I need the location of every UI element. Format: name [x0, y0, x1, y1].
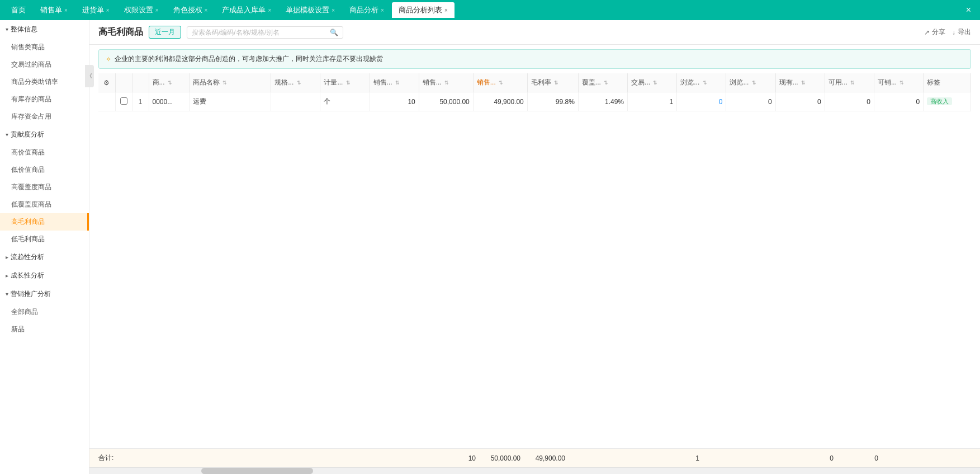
arrow-right-icon: ▸ — [6, 254, 8, 260]
td-views2: 0 — [726, 92, 775, 111]
sort-icon[interactable]: ⇅ — [395, 80, 400, 86]
nav-tab-purchase[interactable]: 进货单 × — [75, 2, 116, 18]
sort-icon[interactable]: ⇅ — [752, 80, 756, 86]
sort-icon[interactable]: ⇅ — [899, 80, 904, 86]
th-gross-margin[interactable]: 毛利率 ⇅ — [527, 73, 578, 92]
sort-icon[interactable]: ⇅ — [604, 80, 608, 86]
table-container[interactable]: ⚙ 商... ⇅ 商品名称 ⇅ 规格... ⇅ — [89, 73, 980, 448]
th-checkbox — [115, 73, 132, 92]
th-sellable[interactable]: 可销... ⇅ — [874, 73, 923, 92]
sidebar-group-growth[interactable]: ▸ 成长性分析 — [0, 266, 89, 285]
sidebar-item-low-margin[interactable]: 低毛利商品 — [0, 231, 89, 248]
share-button[interactable]: ↗ 分享 — [924, 27, 945, 37]
product-table: ⚙ 商... ⇅ 商品名称 ⇅ 规格... ⇅ — [98, 73, 971, 111]
th-sales-qty[interactable]: 销售... ⇅ — [370, 73, 419, 92]
td-checkbox[interactable] — [115, 92, 132, 111]
nav-tab-product-analysis[interactable]: 商品分析 × — [343, 2, 391, 18]
th-trade[interactable]: 交易... ⇅ — [628, 73, 677, 92]
th-views2[interactable]: 浏览... ⇅ — [726, 73, 775, 92]
sidebar-item-traded-products[interactable]: 交易过的商品 — [0, 56, 89, 73]
close-icon[interactable]: × — [205, 7, 208, 13]
sidebar-item-low-value[interactable]: 低价值商品 — [0, 161, 89, 179]
th-name[interactable]: 商品名称 ⇅ — [190, 73, 271, 92]
export-button[interactable]: ↓ 导出 — [952, 27, 971, 37]
td-sales-profit: 49,900.00 — [473, 92, 527, 111]
close-icon[interactable]: × — [155, 7, 159, 13]
th-sales-profit[interactable]: 销售... ⇅ — [473, 73, 527, 92]
th-spec[interactable]: 规格... ⇅ — [271, 73, 320, 92]
sidebar-item-stock-capital[interactable]: 库存资金占用 — [0, 108, 89, 125]
search-input[interactable] — [192, 29, 326, 36]
sort-icon[interactable]: ⇅ — [297, 80, 301, 86]
sort-icon[interactable]: ⇅ — [653, 80, 657, 86]
td-spec — [271, 92, 320, 111]
sort-icon[interactable]: ⇅ — [222, 80, 227, 86]
th-settings[interactable]: ⚙ — [98, 73, 115, 92]
close-icon[interactable]: × — [444, 7, 448, 13]
td-views1[interactable]: 0 — [677, 92, 726, 111]
sort-icon[interactable]: ⇅ — [346, 80, 351, 86]
nav-tab-home[interactable]: 首页 — [4, 2, 32, 18]
close-icon[interactable]: × — [332, 7, 335, 13]
sort-icon[interactable]: ⇅ — [801, 80, 806, 86]
th-views1[interactable]: 浏览... ⇅ — [677, 73, 726, 92]
nav-tab-finished-goods[interactable]: 产成品入库单 × — [215, 2, 278, 18]
sort-icon[interactable]: ⇅ — [554, 80, 558, 86]
th-current-stock[interactable]: 现有... ⇅ — [775, 73, 825, 92]
close-icon[interactable]: × — [268, 7, 271, 13]
top-navigation: 首页 销售单 × 进货单 × 权限设置 × 角色授权 × 产成品入库单 × 单据… — [0, 0, 980, 20]
sidebar-item-all-products[interactable]: 全部商品 — [0, 303, 89, 321]
th-num — [132, 73, 149, 92]
footer-sales-profit: 49,900.00 — [524, 454, 569, 462]
sort-icon[interactable]: ⇅ — [168, 80, 172, 86]
close-icon[interactable]: × — [64, 7, 68, 13]
nav-tab-permissions[interactable]: 权限设置 × — [117, 2, 165, 18]
arrow-down-icon: ▾ — [6, 26, 8, 32]
sidebar-item-new-products[interactable]: 新品 — [0, 321, 89, 338]
th-available[interactable]: 可用... ⇅ — [825, 73, 874, 92]
footer-sales-qty: 10 — [434, 454, 479, 462]
sidebar-item-high-margin[interactable]: 高毛利商品 — [0, 213, 89, 231]
td-sales-qty: 10 — [370, 92, 419, 111]
th-code[interactable]: 商... ⇅ — [149, 73, 190, 92]
arrow-down-icon: ▾ — [6, 132, 8, 138]
arrow-down-icon: ▾ — [6, 291, 8, 297]
nav-tab-product-analysis-list[interactable]: 商品分析列表 × — [392, 2, 455, 18]
sort-icon[interactable]: ⇅ — [703, 80, 707, 86]
th-unit[interactable]: 计量... ⇅ — [320, 73, 370, 92]
close-icon[interactable]: × — [381, 7, 384, 13]
nav-tab-template-settings[interactable]: 单据模板设置 × — [279, 2, 342, 18]
row-checkbox[interactable] — [120, 97, 127, 105]
close-icon[interactable]: × — [106, 7, 110, 13]
filter-recent-month-button[interactable]: 近一月 — [149, 26, 181, 39]
views1-link[interactable]: 0 — [719, 98, 723, 106]
sidebar-item-sales-products[interactable]: 销售类商品 — [0, 39, 89, 56]
th-sales-amount[interactable]: 销售... ⇅ — [419, 73, 473, 92]
sidebar-item-high-coverage[interactable]: 高覆盖度商品 — [0, 179, 89, 196]
search-icon[interactable]: 🔍 — [330, 29, 338, 36]
nav-tab-roles[interactable]: 角色授权 × — [167, 2, 215, 18]
close-all-button[interactable]: × — [962, 5, 976, 15]
nav-tab-sales[interactable]: 销售单 × — [34, 2, 74, 18]
sidebar-item-category-rate[interactable]: 商品分类助销率 — [0, 73, 89, 91]
sidebar-group-trend[interactable]: ▸ 流趋性分析 — [0, 248, 89, 266]
sidebar-group-overall[interactable]: ▾ 整体信息 — [0, 20, 89, 39]
sidebar-item-stocked-products[interactable]: 有库存的商品 — [0, 91, 89, 108]
sidebar-group-marketing[interactable]: ▾ 营销推广分析 — [0, 285, 89, 303]
th-coverage[interactable]: 覆盖... ⇅ — [578, 73, 627, 92]
info-banner: ✧ 企业的主要的利润都是这部分商品创造的，可考虑加大推广，同时关注库存是不要出现… — [98, 49, 971, 69]
th-tag[interactable]: 标签 — [924, 73, 971, 92]
sidebar-group-contribution[interactable]: ▾ 贡献度分析 — [0, 125, 89, 144]
sidebar-collapse-button[interactable]: 《 — [85, 65, 94, 87]
sort-icon[interactable]: ⇅ — [444, 80, 449, 86]
horizontal-scrollbar[interactable] — [89, 467, 980, 474]
sidebar-item-low-coverage[interactable]: 低覆盖度商品 — [0, 196, 89, 213]
sort-icon[interactable]: ⇅ — [499, 80, 503, 86]
td-code: 0000... — [149, 92, 190, 111]
td-settings — [98, 92, 115, 111]
sidebar-item-high-value[interactable]: 高价值商品 — [0, 144, 89, 161]
table-row: 1 0000... 运费 个 — [98, 92, 971, 111]
sort-icon[interactable]: ⇅ — [850, 80, 855, 86]
scrollbar-thumb[interactable] — [201, 468, 313, 474]
main-layout: ▾ 整体信息 销售类商品 交易过的商品 商品分类助销率 有库存的商品 库存资金占… — [0, 20, 980, 474]
